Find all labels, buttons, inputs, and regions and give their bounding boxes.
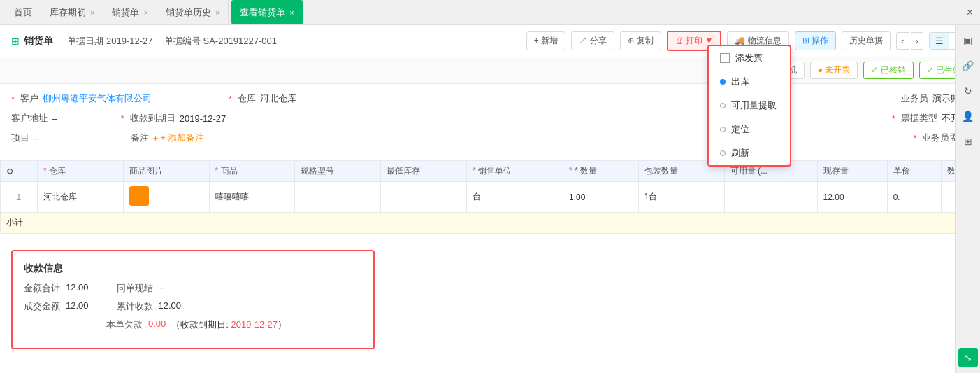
warehouse-field: * 仓库 河北仓库 (229, 92, 296, 105)
radio-icon-3 (720, 150, 726, 156)
already-sold-button[interactable]: ✓ 已核销 (863, 62, 913, 79)
new-button[interactable]: + 新增 (526, 31, 565, 50)
current-arrears-item: 本单欠款 0.00 （收款到期日: 2019-12-27） (106, 318, 287, 331)
view-list-button[interactable]: ☰ (930, 33, 949, 49)
right-panel-icon-5[interactable]: ⊞ (958, 132, 978, 151)
payment-info-row-2: 成交金额 12.00 累计收款 12.00 (24, 300, 362, 313)
table-header-row: ⚙ 仓库 商品图片 商品 规格型号 最低库存 销售单位 * 数量 包装数量 可用… (1, 161, 980, 182)
dropdown-warehouse-out[interactable]: 出库 (709, 70, 790, 94)
date-label: 单据日期 2019-12-27 (67, 35, 153, 48)
subtotal-label: 小计 (1, 213, 980, 234)
col-spec: 规格型号 (295, 161, 381, 182)
right-panel-icon-1[interactable]: ▣ (958, 31, 978, 50)
table-wrapper: ⚙ 仓库 商品图片 商品 规格型号 最低库存 销售单位 * 数量 包装数量 可用… (0, 160, 980, 244)
note-field: 备注 + + 添加备注 (131, 132, 205, 144)
doc-title: 销货单 (24, 35, 53, 48)
col-product: 商品 (209, 161, 295, 182)
cell-available (724, 182, 817, 213)
doc-header: ⊞ 销货单 单据日期 2019-12-27 单据编号 SA-20191227-0… (0, 25, 980, 57)
subtotal-row: 小计 (1, 213, 980, 234)
right-panel-icon-3[interactable]: ↻ (958, 81, 978, 101)
number-label: 单据编号 SA-20191227-001 (164, 35, 278, 48)
operations-button[interactable]: ⊞ 操作 (795, 31, 836, 50)
cell-spec (295, 182, 381, 213)
total-amount-item: 金额合计 12.00 (24, 282, 89, 295)
tab-sales[interactable]: 销货单 × (103, 0, 157, 24)
project-field: 项目 -- (11, 132, 40, 144)
cell-image (123, 182, 209, 213)
col-image: 商品图片 (123, 161, 209, 182)
data-table: ⚙ 仓库 商品图片 商品 规格型号 最低库存 销售单位 * 数量 包装数量 可用… (0, 160, 980, 234)
right-panel-icon-4[interactable]: 👤 (958, 106, 978, 126)
tab-sales-history-close[interactable]: × (215, 8, 219, 17)
dropdown-add-invoice[interactable]: 添发票 (709, 46, 790, 70)
col-unit-price: 单价 (887, 161, 941, 182)
cell-unit: 台 (467, 182, 563, 213)
copy-button[interactable]: ⊕ 复制 (620, 31, 661, 50)
document-container: ⊞ 销货单 单据日期 2019-12-27 单据编号 SA-20191227-0… (0, 25, 980, 373)
form-area: * 客户 柳州粤港平安气体有限公司 * 仓库 河北仓库 业务员 演示账号 客户地… (0, 84, 980, 160)
tab-view-sales-close[interactable]: × (289, 8, 294, 17)
tab-inventory-close[interactable]: × (90, 8, 94, 17)
not-open-ticket-button[interactable]: ● 未开票 (810, 62, 858, 79)
nav-arrows: ‹ › (896, 32, 923, 50)
history-button[interactable]: 历史单据 (842, 31, 891, 50)
address-field: 客户地址 -- (11, 112, 58, 125)
cumulative-payment-item: 累计收款 12.00 (117, 300, 182, 313)
cell-unit-price: 0. (887, 182, 941, 213)
dropdown-available-extract[interactable]: 可用量提取 (709, 94, 790, 118)
payment-info-title: 收款信息 (24, 262, 362, 275)
radio-icon-2 (720, 127, 726, 132)
dropdown-refresh[interactable]: 刷新 (709, 141, 790, 165)
col-quantity: * 数量 (563, 161, 639, 182)
right-panel-icon-2[interactable]: 🔗 (958, 56, 978, 76)
col-min-stock: 最低库存 (381, 161, 467, 182)
cell-current-stock: 12.00 (817, 182, 887, 213)
table-row: 1 河北仓库 嘻嘻嘻嘻 台 1.00 1台 12.00 0. (1, 182, 980, 213)
cell-warehouse: 河北仓库 (37, 182, 123, 213)
tab-sales-history[interactable]: 销货单历史 × (157, 0, 229, 24)
main-close-button[interactable]: × (967, 6, 973, 19)
next-button[interactable]: › (911, 32, 923, 50)
doc-meta: 单据日期 2019-12-27 单据编号 SA-20191227-001 (67, 35, 526, 48)
prev-button[interactable]: ‹ (896, 32, 909, 50)
add-note-button[interactable]: + + 添加备注 (153, 132, 205, 144)
payment-info-row-3: 本单欠款 0.00 （收款到期日: 2019-12-27） (24, 318, 362, 331)
dropdown-locate[interactable]: 定位 (709, 118, 790, 141)
col-settings: ⚙ (1, 161, 38, 182)
form-row-3: 项目 -- 备注 + + 添加备注 * 业务员孟 -- (11, 132, 969, 144)
operations-dropdown: 添发票 出库 可用量提取 定位 刷新 (707, 45, 791, 167)
tab-bar: 首页 库存期初 × 销货单 × 销货单历史 × 查看销货单 × × (0, 0, 980, 25)
share-button[interactable]: ↗ 分享 (571, 31, 614, 50)
tab-inventory[interactable]: 库存期初 × (41, 0, 103, 24)
payment-info-row-1: 金额合计 12.00 同单现结 -- (24, 282, 362, 295)
col-current-stock: 现存量 (817, 161, 887, 182)
tab-sales-close[interactable]: × (143, 8, 147, 17)
col-unit: 销售单位 (467, 161, 563, 182)
tab-view-sales[interactable]: 查看销货单 × (231, 0, 303, 24)
customer-field: * 客户 柳州粤港平安气体有限公司 (11, 92, 152, 105)
radio-selected-icon (720, 79, 726, 85)
tab-home[interactable]: 首页 (6, 0, 41, 24)
radio-icon (720, 103, 726, 108)
second-toolbar: □ 来自手机 ● 未开票 ✓ 已核销 ✓ 已生效 (0, 57, 980, 84)
cell-min-stock (381, 182, 467, 213)
right-panel: ▣ 🔗 ↻ 👤 ⊞ ⤡ (955, 25, 980, 373)
same-order-settlement-item: 同单现结 -- (117, 282, 165, 295)
payment-date-field: * 收款到期日 2019-12-27 (121, 112, 226, 125)
payment-info-section: 收款信息 金额合计 12.00 同单现结 -- 成交金额 12.00 累计收款 … (11, 250, 375, 349)
form-row-1: * 客户 柳州粤港平安气体有限公司 * 仓库 河北仓库 业务员 演示账号 (11, 92, 969, 105)
transaction-amount-item: 成交金额 12.00 (24, 300, 89, 313)
cell-product: 嘻嘻嘻嘻 (209, 182, 295, 213)
product-image (129, 186, 149, 206)
doc-icon: ⊞ (11, 36, 20, 47)
right-panel-expand[interactable]: ⤡ (958, 348, 978, 367)
col-warehouse: 仓库 (37, 161, 123, 182)
form-row-2: 客户地址 -- * 收款到期日 2019-12-27 * 票据类型 不开票 (11, 112, 969, 125)
cell-quantity: 1.00 (563, 182, 639, 213)
checkbox-icon (720, 53, 730, 63)
cell-settings: 1 (1, 182, 38, 213)
cell-package-qty: 1台 (638, 182, 724, 213)
